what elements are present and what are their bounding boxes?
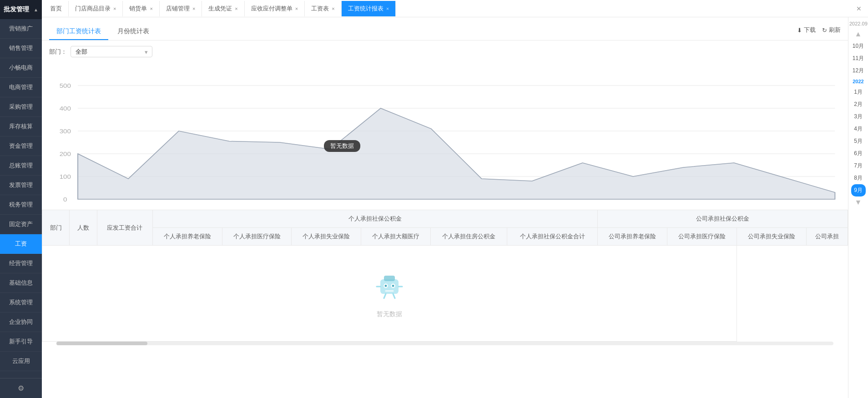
tab-bar-actions: ✕ <box>853 3 868 14</box>
sidebar-item-ecommerce[interactable]: 电商管理 <box>0 78 42 97</box>
timeline-month-1月[interactable]: 1月 <box>848 86 868 98</box>
chart-svg: 0 100 200 300 400 500 <box>49 67 841 204</box>
tab-close-payroll-report[interactable]: × <box>386 6 389 11</box>
col-personal-medical: 个人承担医疗保险 <box>222 228 292 246</box>
svg-rect-13 <box>380 279 399 294</box>
timeline-month-5月[interactable]: 5月 <box>848 135 868 147</box>
svg-text:100: 100 <box>60 174 71 180</box>
tab-close-sales-order[interactable]: × <box>150 6 152 11</box>
sidebar-item-guide[interactable]: 新手引导 <box>0 332 42 352</box>
timeline-month-4月[interactable]: 4月 <box>848 123 868 135</box>
tab-payroll-report[interactable]: 工资统计报表× <box>342 1 396 16</box>
col-count: 人数 <box>70 210 97 246</box>
timeline-nav-down[interactable]: ▼ <box>853 196 864 208</box>
tab-close-cert-gen[interactable]: × <box>235 6 237 11</box>
timeline-month-3月[interactable]: 3月 <box>848 111 868 123</box>
svg-line-23 <box>393 294 395 298</box>
sidebar-item-cloud[interactable]: 云应用 <box>0 352 42 371</box>
inner-tabs: 部门工资统计表 月份统计表 ⬇ 下载 ↻ 刷新 <box>42 17 848 40</box>
sidebar-item-inventory[interactable]: 库存核算 <box>0 117 42 136</box>
dept-filter-wrap: 全部 <box>71 46 152 57</box>
timeline-month-6月[interactable]: 6月 <box>848 147 868 160</box>
dept-filter-select[interactable]: 全部 <box>71 46 152 57</box>
tab-payroll[interactable]: 工资表× <box>305 1 341 16</box>
sidebar-item-enterprise[interactable]: 企业协同 <box>0 312 42 332</box>
timeline-month-10月[interactable]: 10月 <box>848 40 868 52</box>
filter-row: 部门： 全部 <box>42 40 848 63</box>
tab-month-stats[interactable]: 月份统计表 <box>110 24 156 40</box>
sidebar-item-tax[interactable]: 税务管理 <box>0 195 42 215</box>
col-total-salary: 应发工资合计 <box>97 210 152 246</box>
tab-ar-adj[interactable]: 应收应付调整单× <box>245 1 305 16</box>
svg-rect-19 <box>385 290 394 292</box>
download-button[interactable]: ⬇ 下载 <box>797 26 816 34</box>
chart-area: 0 100 200 300 400 500 暂无数 <box>42 63 848 210</box>
tab-close-store-mgmt[interactable]: × <box>192 6 195 11</box>
tab-bar: 首页门店商品目录×销货单×店铺管理×生成凭证×应收应付调整单×工资表×工资统计报… <box>42 0 868 17</box>
tab-store-catalog[interactable]: 门店商品目录× <box>69 1 123 16</box>
content-area: 部门工资统计表 月份统计表 ⬇ 下载 ↻ 刷新 <box>42 17 868 398</box>
tab-store-mgmt[interactable]: 店铺管理× <box>160 1 202 16</box>
refresh-button[interactable]: ↻ 刷新 <box>822 26 841 34</box>
no-data-section: 暂无数据 <box>48 250 731 337</box>
timeline-year-2022[interactable]: 2022 <box>848 77 868 86</box>
horizontal-scrollbar[interactable] <box>56 342 833 345</box>
sidebar-header[interactable]: 批发管理 ▲ <box>0 0 42 19</box>
tab-cert-gen[interactable]: 生成凭证× <box>202 1 244 16</box>
main-area: 首页门店商品目录×销货单×店铺管理×生成凭证×应收应付调整单×工资表×工资统计报… <box>42 0 868 398</box>
timeline-panel: 2022.09▲10月11月12月20221月2月3月4月5月6月7月8月9月▼ <box>848 17 868 398</box>
refresh-icon: ↻ <box>822 27 827 34</box>
svg-text:300: 300 <box>60 128 71 134</box>
sidebar-item-purchase[interactable]: 采购管理 <box>0 97 42 117</box>
svg-rect-14 <box>384 276 395 281</box>
sidebar-settings[interactable]: ⚙ <box>0 378 42 398</box>
sidebar-item-basic[interactable]: 基础信息 <box>0 273 42 293</box>
sidebar-item-ecommerce-small[interactable]: 小畅电商 <box>0 58 42 78</box>
tab-close-store-catalog[interactable]: × <box>113 6 116 11</box>
tab-home[interactable]: 首页 <box>44 1 69 16</box>
svg-text:200: 200 <box>60 151 71 157</box>
tab-close-payroll[interactable]: × <box>332 6 334 11</box>
sidebar-item-salary[interactable]: 工资 <box>0 234 42 254</box>
sidebar-item-capital[interactable]: 资金管理 <box>0 136 42 156</box>
timeline-month-9月[interactable]: 9月 <box>851 184 866 196</box>
col-personal-housing: 个人承担住房公积金 <box>431 228 507 246</box>
col-company-unemployment: 公司承担失业保险 <box>737 228 806 246</box>
timeline-month-8月[interactable]: 8月 <box>848 172 868 184</box>
sidebar-item-marketing[interactable]: 营销推广 <box>0 19 42 39</box>
sidebar-item-invoice[interactable]: 发票管理 <box>0 176 42 195</box>
sidebar-item-ledger[interactable]: 总账管理 <box>0 156 42 176</box>
timeline-month-12月[interactable]: 12月 <box>848 65 868 77</box>
svg-text:500: 500 <box>60 83 71 89</box>
timeline-month-7月[interactable]: 7月 <box>848 160 868 172</box>
sidebar-item-assets[interactable]: 固定资产 <box>0 215 42 234</box>
sidebar-arrow-icon: ▲ <box>34 7 38 12</box>
timeline-month-11月[interactable]: 11月 <box>848 52 868 65</box>
scrollbar-thumb[interactable] <box>56 342 147 345</box>
col-company-pension: 公司承担养老保险 <box>598 228 667 246</box>
col-company-medical: 公司承担医疗保险 <box>667 228 737 246</box>
sidebar-item-system[interactable]: 系统管理 <box>0 293 42 312</box>
no-data-icon <box>371 268 408 305</box>
svg-text:0: 0 <box>63 196 67 202</box>
download-icon: ⬇ <box>797 27 802 34</box>
sidebar-item-sales[interactable]: 销售管理 <box>0 39 42 58</box>
svg-point-17 <box>385 285 387 287</box>
tab-sales-order[interactable]: 销货单× <box>123 1 159 16</box>
timeline-nav-up[interactable]: ▲ <box>853 28 864 40</box>
col-group-company: 公司承担社保公积金 <box>598 210 848 228</box>
table-area[interactable]: 部门 人数 应发工资合计 个人承担社保公积金 公司承担社保公积金 个人承担养老保… <box>42 210 848 398</box>
sidebar: 批发管理 ▲ 营销推广销售管理小畅电商电商管理采购管理库存核算资金管理总账管理发… <box>0 0 42 398</box>
sidebar-header-label: 批发管理 <box>4 5 29 14</box>
page-content: 部门工资统计表 月份统计表 ⬇ 下载 ↻ 刷新 <box>42 17 848 398</box>
timeline-month-2月[interactable]: 2月 <box>848 98 868 111</box>
no-data-text: 暂无数据 <box>377 310 402 318</box>
svg-point-18 <box>392 285 394 287</box>
tab-dept-stats[interactable]: 部门工资统计表 <box>49 24 108 40</box>
col-company-other: 公司承担 <box>806 228 848 246</box>
col-dept: 部门 <box>42 210 70 246</box>
tab-close-ar-adj[interactable]: × <box>295 6 298 11</box>
sidebar-item-operations[interactable]: 经营管理 <box>0 254 42 273</box>
svg-text:400: 400 <box>60 106 71 111</box>
window-close-button[interactable]: ✕ <box>853 3 864 14</box>
